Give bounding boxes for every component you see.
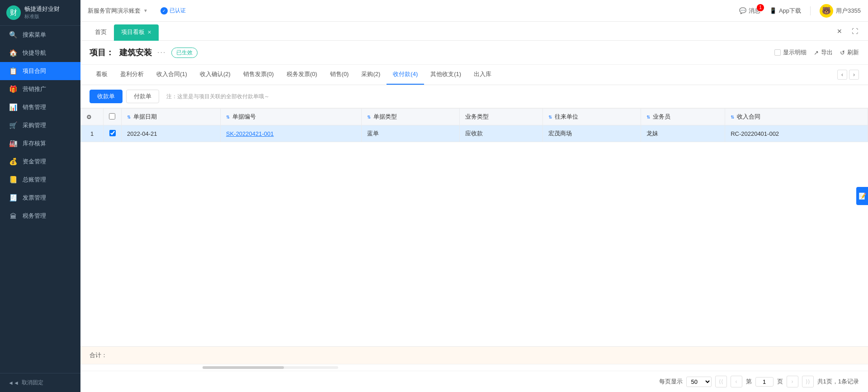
refresh-button[interactable]: ↺ 刷新 — [840, 48, 859, 57]
sidebar-item-finance[interactable]: 💰 资金管理 — [0, 153, 80, 171]
sidebar-item-purchase[interactable]: 🛒 采购管理 — [0, 116, 80, 134]
phone-icon: 📱 — [769, 7, 777, 14]
sort-icon-salesperson: ⇅ — [646, 115, 650, 120]
export-button[interactable]: ↗ 导出 — [814, 48, 833, 57]
tab-project-board[interactable]: 项目看板 ✕ — [114, 24, 159, 41]
col-num: ⚙ — [81, 109, 104, 125]
project-header: 项目： 建筑安装 ··· 已生效 显示明细 ↗ 导出 ↺ 刷新 — [80, 41, 868, 65]
col-date[interactable]: ⇅ 单据日期 — [122, 109, 221, 125]
page-unit: 页 — [777, 378, 783, 386]
app-download-button[interactable]: 📱 App下载 — [769, 7, 801, 15]
topbar: 新服务官网演示账套 ▼ ✓ 已认证 💬 消息 1 📱 App下载 🐻 用户335… — [80, 0, 868, 22]
project-name: 建筑安装 — [119, 47, 152, 58]
user-menu[interactable]: 🐻 用户3355 — [820, 4, 861, 18]
payment-tab-payment[interactable]: 付款单 — [126, 90, 159, 103]
subtab-sales[interactable]: 销售(0) — [324, 65, 355, 85]
col-partner[interactable]: ⇅ 往来单位 — [543, 109, 641, 125]
tab-home[interactable]: 首页 — [88, 24, 114, 41]
page-size-select[interactable]: 50 10 20 100 — [686, 377, 712, 387]
subtab-kanban[interactable]: 看板 — [90, 65, 114, 85]
settings-icon[interactable]: ⚙ — [86, 114, 92, 120]
select-all-checkbox[interactable] — [109, 113, 115, 120]
close-tab-icon[interactable]: ✕ — [147, 29, 151, 35]
subtab-tax-invoice[interactable]: 税务发票(0) — [280, 65, 324, 85]
subtab-revenue-contract[interactable]: 收入合同(1) — [150, 65, 193, 85]
page-label: 第 — [746, 378, 752, 386]
payment-tab-receipt[interactable]: 收款单 — [90, 90, 123, 103]
shield-icon: ✓ — [160, 7, 168, 14]
message-button[interactable]: 💬 消息 1 — [739, 7, 760, 15]
content-area: 项目： 建筑安装 ··· 已生效 显示明细 ↗ 导出 ↺ 刷新 — [80, 41, 868, 392]
col-salesperson[interactable]: ⇅ 业务员 — [641, 109, 725, 125]
horizontal-scrollbar-thumb[interactable] — [203, 366, 284, 369]
last-page-button[interactable]: ⟩⟩ — [802, 376, 814, 387]
sidebar-logo: 财 畅捷通好业财 标准版 — [0, 0, 80, 26]
col-code[interactable]: ⇅ 单据编号 — [220, 109, 361, 125]
side-note-button[interactable]: 📝 — [856, 187, 868, 205]
pin-icon: ◄◄ — [8, 380, 19, 386]
sidebar-item-tax[interactable]: 🏛 税务管理 — [0, 207, 80, 225]
tax-icon: 🏛 — [8, 212, 18, 220]
subtabs: 看板 盈利分析 收入合同(1) 收入确认(2) 销售发票(0) 税务发票(0) … — [80, 65, 868, 85]
refresh-label: 刷新 — [847, 48, 859, 57]
cell-biz-type: 应收款 — [460, 125, 543, 142]
home-icon: 🏠 — [8, 49, 18, 57]
subtab-payment[interactable]: 收付款(4) — [387, 65, 424, 85]
subtab-purchase[interactable]: 采购(2) — [355, 65, 387, 85]
topbar-divider — [810, 6, 811, 15]
main-area: 新服务官网演示账套 ▼ ✓ 已认证 💬 消息 1 📱 App下载 🐻 用户335… — [80, 0, 868, 392]
subtab-other[interactable]: 其他收支(1) — [424, 65, 467, 85]
cell-check — [104, 125, 122, 142]
next-page-button[interactable]: › — [787, 376, 798, 387]
cell-code[interactable]: SK-20220421-001 — [220, 125, 361, 142]
subtab-inout[interactable]: 出入库 — [467, 65, 498, 85]
app-logo-icon: 财 — [6, 5, 21, 20]
show-detail-label: 显示明细 — [783, 48, 807, 57]
refresh-icon: ↺ — [840, 49, 845, 56]
tab-project-board-label: 项目看板 — [121, 28, 145, 36]
pagination: 每页显示 50 10 20 100 ⟨⟨ ‹ 第 页 › ⟩⟩ 共1页，1条记录 — [80, 371, 868, 392]
sidebar-item-quick-nav[interactable]: 🏠 快捷导航 — [0, 44, 80, 62]
project-icon: 📋 — [8, 67, 18, 75]
receipt-link[interactable]: SK-20220421-001 — [226, 130, 274, 137]
show-detail-toggle[interactable]: 显示明细 — [774, 48, 807, 57]
show-detail-checkbox[interactable] — [774, 49, 781, 56]
subtab-sales-invoice[interactable]: 销售发票(0) — [237, 65, 280, 85]
tabbar: 首页 项目看板 ✕ ✕ ⛶ — [80, 22, 868, 41]
certified-badge: ✓ 已认证 — [160, 7, 186, 14]
subtab-next-button[interactable]: › — [849, 70, 859, 80]
cell-salesperson: 龙妹 — [641, 125, 725, 142]
first-page-button[interactable]: ⟨⟨ — [715, 376, 727, 387]
sort-icon-code: ⇅ — [226, 115, 230, 120]
sidebar-unpin[interactable]: ◄◄ 取消固定 — [0, 373, 80, 392]
sidebar: 财 畅捷通好业财 标准版 🔍 搜索菜单 🏠 快捷导航 📋 项目合同 🎁 营销推广… — [0, 0, 80, 392]
subtab-profit[interactable]: 盈利分析 — [114, 65, 150, 85]
sidebar-item-marketing[interactable]: 🎁 营销推广 — [0, 80, 80, 98]
col-type[interactable]: ⇅ 单据类型 — [362, 109, 460, 125]
subtab-prev-button[interactable]: ‹ — [837, 70, 847, 80]
sidebar-item-ledger[interactable]: 📒 总账管理 — [0, 171, 80, 189]
horizontal-scrollbar-track[interactable] — [203, 366, 338, 369]
sidebar-item-search[interactable]: 🔍 搜索菜单 — [0, 26, 80, 44]
project-status-badge: 已生效 — [171, 48, 198, 58]
project-more-button[interactable]: ··· — [157, 48, 166, 57]
topbar-right: 💬 消息 1 📱 App下载 🐻 用户3355 — [739, 4, 861, 18]
sidebar-item-project[interactable]: 📋 项目合同 — [0, 62, 80, 80]
fullscreen-button[interactable]: ⛶ — [849, 25, 861, 37]
app-download-label: App下载 — [779, 7, 801, 15]
row-checkbox[interactable] — [109, 130, 116, 136]
page-input[interactable] — [755, 377, 774, 387]
sidebar-item-inventory[interactable]: 🏭 库存核算 — [0, 134, 80, 153]
page-size-label: 每页显示 — [659, 378, 683, 386]
table-row[interactable]: 1 2022-04-21 SK-20220421-001 蓝单 应收款 宏茂商场… — [81, 125, 868, 142]
sidebar-item-sales[interactable]: 📊 销售管理 — [0, 98, 80, 116]
col-contract[interactable]: ⇅ 收入合同 — [725, 109, 868, 125]
subtab-revenue-confirm[interactable]: 收入确认(2) — [193, 65, 237, 85]
sidebar-item-invoice[interactable]: 🧾 发票管理 — [0, 189, 80, 207]
sort-icon-type: ⇅ — [367, 115, 371, 120]
close-window-button[interactable]: ✕ — [834, 25, 845, 37]
account-selector[interactable]: 新服务官网演示账套 ▼ — [88, 7, 148, 15]
prev-page-button[interactable]: ‹ — [731, 376, 742, 387]
inventory-icon: 🏭 — [8, 139, 18, 148]
payment-note: 注：这里是与项目关联的全部收付款单哦～ — [166, 93, 269, 100]
